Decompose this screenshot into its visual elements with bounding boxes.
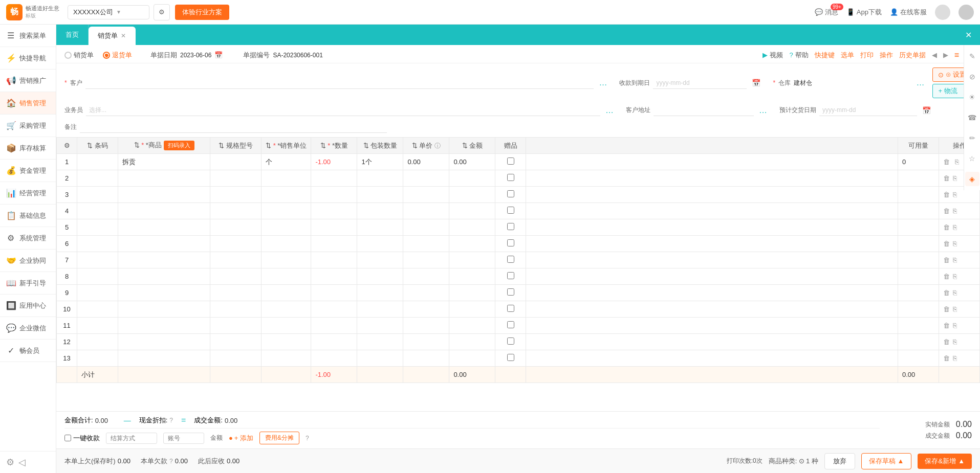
message-item[interactable]: 💬 消息 99+ bbox=[815, 8, 838, 17]
th-unit-price[interactable]: ⇅ 单价 ⓘ bbox=[403, 138, 449, 154]
help-btn[interactable]: ? 帮助 bbox=[789, 51, 808, 60]
gift-checkbox-11[interactable] bbox=[507, 321, 514, 328]
gift-checkbox-5[interactable] bbox=[507, 223, 514, 230]
app-download-item[interactable]: 📱 App下载 bbox=[846, 8, 882, 17]
copy-icon-13[interactable]: ⎘ bbox=[953, 354, 957, 362]
gift-checkbox-8[interactable] bbox=[507, 272, 514, 279]
print-btn[interactable]: 打印 bbox=[860, 51, 874, 60]
shortcut-btn[interactable]: 快捷键 bbox=[815, 51, 835, 60]
th-available[interactable]: 可用量 bbox=[898, 138, 939, 154]
delete-icon-5[interactable]: 🗑 bbox=[943, 223, 950, 231]
sidebar-item-system[interactable]: ⚙ 系统管理 bbox=[0, 227, 56, 250]
company-selector[interactable]: XXXXXX公司 ▼ bbox=[68, 5, 149, 19]
panel-icon-sun[interactable]: ☀ bbox=[965, 90, 979, 104]
save-new-button[interactable]: 保存&新增 ▲ bbox=[918, 454, 972, 469]
sidebar-item-beginner[interactable]: 📖 新手引导 bbox=[0, 272, 56, 295]
th-spec[interactable]: ⇅ 规格型号 bbox=[210, 138, 262, 154]
th-sales-unit[interactable]: ⇅ * *销售单位 bbox=[262, 138, 311, 154]
add-payment-button[interactable]: ● + 添加 bbox=[229, 434, 253, 443]
video-btn[interactable]: ▶ 视频 bbox=[763, 51, 783, 60]
avatar[interactable] bbox=[935, 5, 950, 20]
remarks-input[interactable] bbox=[80, 121, 387, 133]
delete-icon-11[interactable]: 🗑 bbox=[943, 322, 950, 329]
date-calendar-icon[interactable]: 📅 bbox=[214, 51, 223, 59]
copy-icon-7[interactable]: ⎘ bbox=[953, 256, 957, 264]
customer-input[interactable] bbox=[85, 77, 594, 89]
gift-checkbox-1[interactable] bbox=[507, 157, 514, 165]
tab-sales-order[interactable]: 销货单 ✕ bbox=[89, 27, 136, 45]
settings-icon[interactable]: ⚙ bbox=[154, 4, 170, 20]
owe-help-icon[interactable]: ? bbox=[169, 458, 173, 465]
fee-help-icon[interactable]: ? bbox=[306, 435, 309, 442]
payment-method-input[interactable] bbox=[106, 433, 157, 444]
radio-sales[interactable]: 销货单 bbox=[64, 51, 94, 60]
due-date-input[interactable] bbox=[653, 77, 747, 89]
th-quantity[interactable]: ⇅ * *数量 bbox=[311, 138, 357, 154]
payment-account-input[interactable] bbox=[163, 433, 204, 444]
one-click-checkbox[interactable] bbox=[64, 435, 71, 441]
nav-prev-icon[interactable]: ◀ bbox=[932, 51, 937, 59]
discard-button[interactable]: 放弃 bbox=[824, 453, 855, 469]
salesperson-ellipsis-icon[interactable]: … bbox=[605, 106, 614, 115]
row-gift-1[interactable] bbox=[495, 154, 526, 170]
copy-icon-9[interactable]: ⎘ bbox=[953, 289, 957, 297]
customer-address-input[interactable] bbox=[654, 104, 754, 116]
panel-icon-phone[interactable]: ☎ bbox=[965, 110, 979, 125]
tab-close-icon[interactable]: ✕ bbox=[121, 32, 126, 39]
radio-return[interactable]: 退货单 bbox=[103, 51, 132, 60]
collapse-icon[interactable]: ◁ bbox=[18, 457, 26, 468]
th-amount[interactable]: ⇅ 金额 bbox=[449, 138, 495, 154]
delete-icon-1[interactable]: 🗑 bbox=[943, 158, 950, 166]
select-btn[interactable]: 选单 bbox=[841, 51, 854, 60]
tab-home[interactable]: 首页 bbox=[56, 25, 89, 45]
delivery-calendar-icon[interactable]: 📅 bbox=[922, 106, 931, 115]
sidebar-item-enterprise[interactable]: 🤝 企业协同 bbox=[0, 250, 56, 272]
delete-icon-9[interactable]: 🗑 bbox=[943, 289, 950, 297]
sidebar-item-inventory[interactable]: 📦 库存核算 bbox=[0, 137, 56, 160]
delete-icon-12[interactable]: 🗑 bbox=[943, 338, 950, 346]
sidebar-item-app-center[interactable]: 🔲 应用中心 bbox=[0, 295, 56, 317]
panel-icon-block[interactable]: ⊘ bbox=[965, 70, 979, 84]
close-all-icon[interactable]: ✕ bbox=[965, 30, 972, 40]
sidebar-item-member[interactable]: ✓ 畅会员 bbox=[0, 340, 56, 362]
online-service-item[interactable]: 👤 在线客服 bbox=[890, 8, 927, 17]
list-view-icon[interactable]: ≡ bbox=[954, 51, 959, 60]
th-gift[interactable]: 赠品 bbox=[495, 138, 526, 154]
copy-icon-3[interactable]: ⎘ bbox=[953, 191, 957, 198]
delete-icon-13[interactable]: 🗑 bbox=[943, 354, 950, 362]
sidebar-item-finance[interactable]: 💰 资金管理 bbox=[0, 160, 56, 182]
sidebar-item-quick-nav[interactable]: ⚡ 快捷导航 bbox=[0, 47, 56, 70]
discount-help-icon[interactable]: ? bbox=[169, 417, 173, 424]
row-spec-1[interactable] bbox=[210, 154, 262, 170]
row-pkg-qty-1[interactable]: 1个 bbox=[357, 154, 403, 170]
row-amount-1[interactable]: 0.00 bbox=[449, 154, 495, 170]
save-draft-button[interactable]: 保存草稿 ▲ bbox=[861, 453, 912, 469]
row-price-1[interactable]: 0.00 bbox=[403, 154, 449, 170]
sidebar-item-base-info[interactable]: 📋 基础信息 bbox=[0, 205, 56, 227]
delete-icon-6[interactable]: 🗑 bbox=[943, 240, 950, 247]
gift-checkbox-2[interactable] bbox=[507, 174, 514, 181]
trial-button[interactable]: 体验行业方案 bbox=[175, 5, 229, 20]
copy-icon-11[interactable]: ⎘ bbox=[953, 322, 957, 329]
panel-icon-active[interactable]: ◈ bbox=[965, 172, 979, 186]
sidebar-item-operations[interactable]: 📊 经营管理 bbox=[0, 182, 56, 205]
gift-checkbox-12[interactable] bbox=[507, 337, 514, 345]
delete-icon-4[interactable]: 🗑 bbox=[943, 207, 950, 215]
salesperson-input[interactable] bbox=[86, 104, 600, 116]
copy-icon-4[interactable]: ⎘ bbox=[953, 207, 957, 215]
settings-bottom-icon[interactable]: ⚙ bbox=[6, 457, 14, 468]
sidebar-item-purchase[interactable]: 🛒 采购管理 bbox=[0, 115, 56, 137]
gift-checkbox-3[interactable] bbox=[507, 190, 514, 197]
th-package-qty[interactable]: ⇅ 包装数量 bbox=[357, 138, 403, 154]
avatar-2[interactable] bbox=[959, 5, 974, 20]
copy-icon-10[interactable]: ⎘ bbox=[953, 305, 957, 313]
warehouse-ellipsis-icon[interactable]: … bbox=[916, 78, 924, 87]
panel-icon-star[interactable]: ☆ bbox=[965, 151, 979, 166]
delete-icon-3[interactable]: 🗑 bbox=[943, 191, 950, 198]
delete-icon-10[interactable]: 🗑 bbox=[943, 305, 950, 313]
price-help-icon[interactable]: ⓘ bbox=[434, 142, 441, 149]
history-btn[interactable]: 历史单据 bbox=[899, 51, 926, 60]
gift-checkbox-6[interactable] bbox=[507, 239, 514, 246]
copy-icon-2[interactable]: ⎘ bbox=[953, 174, 957, 182]
address-ellipsis-icon[interactable]: … bbox=[759, 106, 767, 115]
